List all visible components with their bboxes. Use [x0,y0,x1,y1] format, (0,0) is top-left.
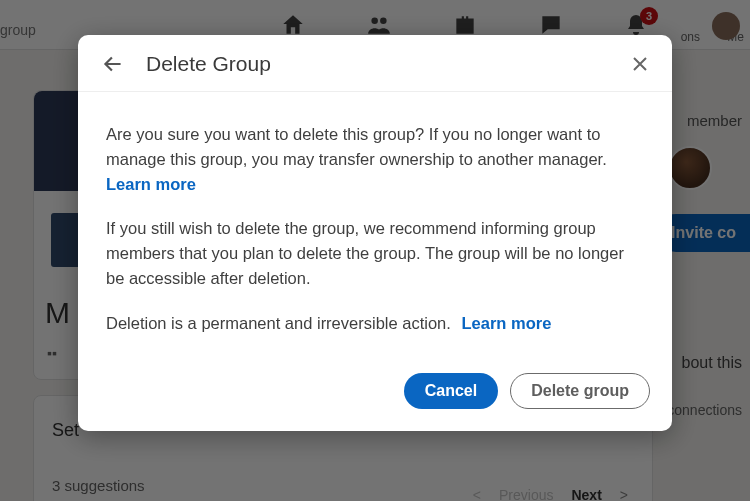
close-icon[interactable] [628,52,652,76]
modal-para-1: Are you sure you want to delete this gro… [106,125,607,168]
cancel-button[interactable]: Cancel [404,373,498,409]
delete-group-button[interactable]: Delete group [510,373,650,409]
learn-more-link-2[interactable]: Learn more [461,314,551,332]
learn-more-link-1[interactable]: Learn more [106,175,196,193]
delete-group-modal: Delete Group Are you sure you want to de… [78,35,672,431]
modal-header: Delete Group [78,35,672,92]
modal-para-3: Deletion is a permanent and irreversible… [106,314,451,332]
modal-title: Delete Group [146,52,628,76]
back-icon[interactable] [100,51,126,77]
modal-body: Are you sure you want to delete this gro… [78,92,672,367]
modal-footer: Cancel Delete group [78,367,672,431]
modal-para-2: If you still wish to delete the group, w… [106,216,644,290]
